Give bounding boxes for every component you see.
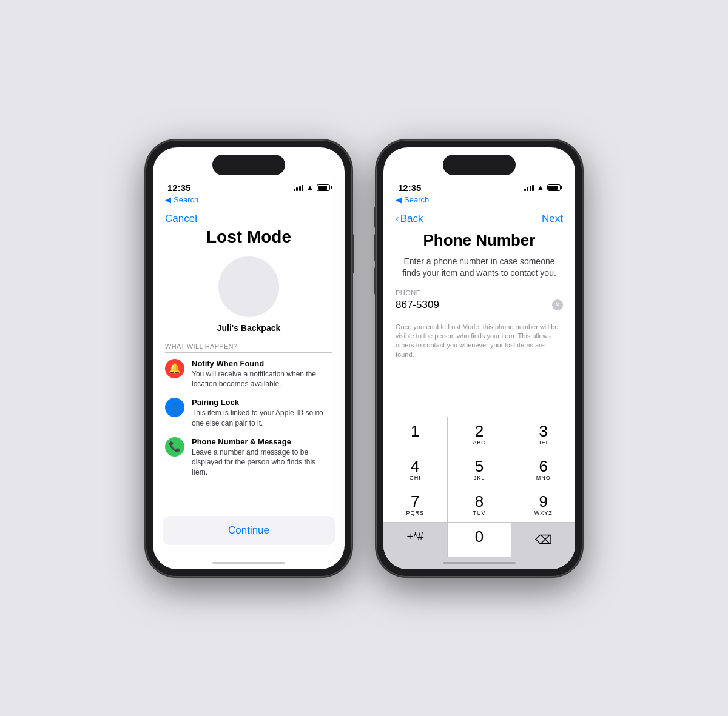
signal-bar2-2 [527,187,528,191]
key-7[interactable]: 7 PQRS [383,487,447,522]
search-label-2: Search [404,195,429,204]
signal-bar2-4 [532,185,534,191]
status-time-2: 12:35 [398,182,421,193]
key-3[interactable]: 3 DEF [511,417,575,452]
feature-notify-text: Notify When Found You will receive a not… [192,359,332,390]
status-icons: ▲ [294,183,330,192]
section-label: WHAT WILL HAPPEN? [165,343,332,353]
key-4-sub: GHI [410,475,421,481]
search-back-arrow: ◀ [165,195,171,204]
clear-button[interactable]: ✕ [552,299,563,310]
signal-bar2-1 [524,189,526,191]
wifi-icon: ▲ [306,183,314,192]
wifi-icon-2: ▲ [537,183,544,192]
volume-up-button[interactable] [144,234,146,261]
key-8-main: 8 [475,494,484,509]
battery-fill-2 [548,186,558,190]
key-0-main: 0 [475,529,484,544]
pairing-icon: 👤 [165,398,184,417]
feature-pairing: 👤 Pairing Lock This item is linked to yo… [165,398,332,429]
field-label: PHONE [396,289,563,296]
phone1-frame: 12:35 ▲ [146,140,352,577]
search-bar: ◀ Search [153,195,345,208]
key-5-sub: JKL [474,475,485,481]
phone-field-area: PHONE 867-5309 ✕ Once you enable Lost Mo… [383,289,575,366]
volume-down-button-2[interactable] [374,267,376,295]
lost-mode-body: Lost Mode Juli's Backpack WHAT WILL HAPP… [153,227,345,510]
signal-icon [294,184,304,191]
status-bar-area: 12:35 ▲ [153,147,345,208]
key-6-main: 6 [539,458,547,474]
feature-pairing-text: Pairing Lock This item is linked to your… [192,398,332,429]
keypad: 1 2 ABC 3 DEF 4 [383,417,575,557]
status-bar-area-2: 12:35 ▲ [383,147,575,208]
key-9[interactable]: 9 WXYZ [511,487,575,522]
feature-notify-title: Notify When Found [192,359,332,368]
search-label: Search [174,195,198,204]
phone-disclaimer: Once you enable Lost Mode, this phone nu… [396,323,563,366]
keypad-grid: 1 2 ABC 3 DEF 4 [383,417,575,557]
key-symbols[interactable]: +*# [383,523,447,557]
key-5-main: 5 [475,458,484,474]
feature-phone: 📞 Phone Number & Message Leave a number … [165,437,332,478]
battery-icon [317,184,330,191]
home-bar [212,562,285,564]
status-bar-2: 12:35 ▲ [383,174,575,195]
key-2[interactable]: 2 ABC [448,417,511,452]
key-6[interactable]: 6 MNO [511,452,575,487]
phone-number-title: Phone Number [383,227,575,256]
key-backspace[interactable]: ⌫ [511,523,575,557]
battery-fill [318,186,327,190]
key-2-sub: ABC [473,440,486,446]
search-back-arrow-2: ◀ [396,195,402,204]
continue-button[interactable]: Continue [163,516,335,545]
volume-up-button-2[interactable] [374,234,376,261]
key-3-main: 3 [539,423,547,439]
phone2-frame: 12:35 ▲ [376,140,582,577]
key-2-main: 2 [475,423,484,439]
key-5[interactable]: 5 JKL [448,452,511,487]
back-chevron: ‹ [396,213,399,225]
feature-list: 🔔 Notify When Found You will receive a n… [165,359,332,478]
key-0[interactable]: 0 [448,523,511,557]
key-1[interactable]: 1 [383,417,447,452]
dynamic-island-2 [443,155,516,175]
notify-icon: 🔔 [165,359,184,378]
feature-phone-desc: Leave a number and message to be display… [192,447,332,478]
next-button[interactable]: Next [542,213,563,225]
key-3-sub: DEF [537,440,550,446]
backspace-icon: ⌫ [535,532,552,547]
cancel-button[interactable]: Cancel [165,213,197,225]
signal-icon-2 [524,184,534,191]
power-button-2[interactable] [582,234,584,273]
key-4[interactable]: 4 GHI [383,452,447,487]
key-7-sub: PQRS [406,510,425,516]
power-button[interactable] [352,234,354,273]
search-bar-inner-2: ◀ Search [396,195,563,204]
back-button[interactable]: ‹ Back [396,213,423,225]
key-9-sub: WXYZ [534,510,553,516]
feature-pairing-desc: This item is linked to your Apple ID so … [192,408,332,429]
home-indicator [153,557,345,569]
key-9-main: 9 [539,494,547,509]
volume-down-button[interactable] [144,267,146,295]
feature-phone-text: Phone Number & Message Leave a number an… [192,437,332,478]
continue-btn-area: Continue [153,510,345,557]
status-time: 12:35 [167,182,190,193]
device-name: Juli's Backpack [165,323,332,333]
back-label: Back [400,213,423,225]
signal-bar2-3 [530,186,531,191]
key-1-main: 1 [411,423,419,439]
key-4-main: 4 [411,458,419,474]
key-8[interactable]: 8 TUV [448,487,511,522]
feature-pairing-title: Pairing Lock [192,398,332,407]
feature-notify-desc: You will receive a notification when the… [192,369,332,390]
feature-notify: 🔔 Notify When Found You will receive a n… [165,359,332,390]
lost-mode-screen: Cancel Lost Mode Juli's Backpack WHAT WI… [153,208,345,569]
signal-bar-4 [302,185,303,191]
home-bar-2 [443,562,516,564]
phones-container: 12:35 ▲ [146,140,582,577]
phone-input-row: 867-5309 ✕ [396,299,563,316]
phone-input[interactable]: 867-5309 [396,299,439,311]
spacer [383,366,575,416]
